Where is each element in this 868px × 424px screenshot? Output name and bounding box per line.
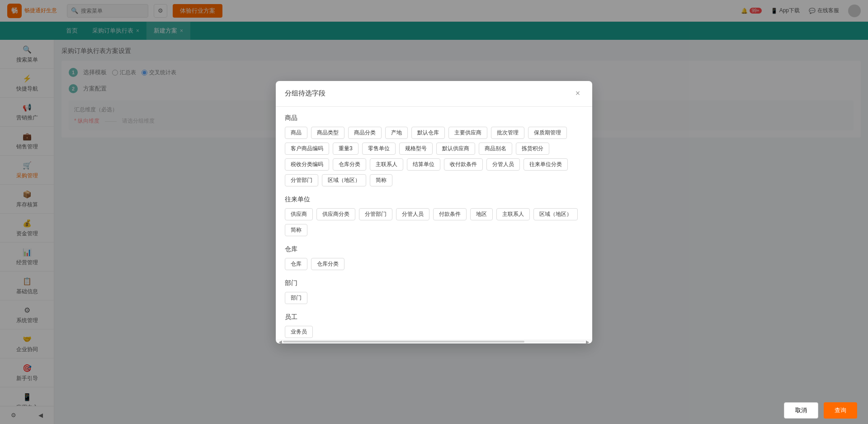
tag-partner-payment-terms[interactable]: 付款条件 bbox=[433, 208, 467, 220]
tag-partner-main-contact[interactable]: 主联系人 bbox=[496, 208, 530, 220]
cancel-button[interactable]: 取消 bbox=[784, 402, 818, 419]
scrollbar-thumb[interactable] bbox=[283, 341, 524, 343]
tag-goods-warehouse-category[interactable]: 仓库分类 bbox=[333, 158, 366, 171]
goods-tags: 商品 商品类型 商品分类 产地 默认仓库 主要供应商 批次管理 保质期管理 客户… bbox=[285, 127, 583, 186]
tag-goods-default-warehouse[interactable]: 默认仓库 bbox=[411, 127, 445, 139]
scrollbar-track bbox=[283, 341, 585, 343]
department-tags: 部门 bbox=[285, 292, 583, 304]
tag-goods-weight[interactable]: 重量3 bbox=[333, 143, 359, 155]
modal-close-button[interactable]: × bbox=[572, 88, 583, 99]
section-department: 部门 部门 bbox=[285, 279, 583, 304]
tag-goods-payment-terms[interactable]: 收付款条件 bbox=[444, 158, 483, 171]
section-warehouse-title: 仓库 bbox=[285, 245, 583, 253]
tag-goods-partner-category[interactable]: 往来单位分类 bbox=[524, 158, 568, 171]
tag-goods-category[interactable]: 商品分类 bbox=[348, 127, 382, 139]
partner-tags: 供应商 供应商分类 分管部门 分管人员 付款条件 地区 主联系人 区域（地区） … bbox=[285, 208, 583, 236]
tag-partner-supplier-category[interactable]: 供应商分类 bbox=[316, 208, 355, 220]
tag-goods-pick-points[interactable]: 拣货积分 bbox=[516, 143, 549, 155]
tag-goods-alias[interactable]: 商品别名 bbox=[479, 143, 512, 155]
modal-overlay: 分组待选字段 × 商品 商品 商品类型 商品分类 产地 默认仓库 主要供应商 批… bbox=[0, 0, 868, 424]
section-goods-title: 商品 bbox=[285, 114, 583, 122]
tag-partner-manager[interactable]: 分管人员 bbox=[396, 208, 429, 220]
section-goods: 商品 商品 商品类型 商品分类 产地 默认仓库 主要供应商 批次管理 保质期管理… bbox=[285, 114, 583, 186]
tag-partner-short-name[interactable]: 简称 bbox=[285, 224, 307, 236]
tag-warehouse-category[interactable]: 仓库分类 bbox=[311, 258, 344, 270]
tag-partner-supplier[interactable]: 供应商 bbox=[285, 208, 313, 220]
tag-goods-retail-unit[interactable]: 零售单位 bbox=[362, 143, 396, 155]
section-partner-title: 往来单位 bbox=[285, 195, 583, 204]
employee-tags: 业务员 bbox=[285, 326, 583, 338]
modal-dialog: 分组待选字段 × 商品 商品 商品类型 商品分类 产地 默认仓库 主要供应商 批… bbox=[276, 81, 592, 343]
tag-department[interactable]: 部门 bbox=[285, 292, 307, 304]
tag-goods-default-supplier[interactable]: 默认供应商 bbox=[436, 143, 475, 155]
tag-goods-settlement[interactable]: 结算单位 bbox=[407, 158, 440, 171]
tag-goods-expiry[interactable]: 保质期管理 bbox=[528, 127, 567, 139]
section-employee-title: 员工 bbox=[285, 313, 583, 321]
modal-title: 分组待选字段 bbox=[285, 89, 326, 98]
section-partner: 往来单位 供应商 供应商分类 分管部门 分管人员 付款条件 地区 主联系人 区域… bbox=[285, 195, 583, 236]
tag-goods-origin[interactable]: 产地 bbox=[385, 127, 408, 139]
section-employee: 员工 业务员 bbox=[285, 313, 583, 338]
tag-partner-area[interactable]: 地区 bbox=[470, 208, 493, 220]
tag-goods-tax-code[interactable]: 税收分类编码 bbox=[285, 158, 329, 171]
section-department-title: 部门 bbox=[285, 279, 583, 287]
tag-goods-short-name[interactable]: 简称 bbox=[370, 174, 392, 186]
scroll-right-arrow[interactable]: ▶ bbox=[585, 339, 590, 344]
tag-goods-dept[interactable]: 分管部门 bbox=[285, 174, 318, 186]
tag-warehouse[interactable]: 仓库 bbox=[285, 258, 307, 270]
tag-partner-dept[interactable]: 分管部门 bbox=[359, 208, 392, 220]
tag-goods-product[interactable]: 商品 bbox=[285, 127, 307, 139]
tag-goods-main-contact[interactable]: 主联系人 bbox=[370, 158, 403, 171]
warehouse-tags: 仓库 仓库分类 bbox=[285, 258, 583, 270]
tag-goods-main-supplier[interactable]: 主要供应商 bbox=[448, 127, 487, 139]
tag-goods-customer-code[interactable]: 客户商品编码 bbox=[285, 143, 329, 155]
modal-header: 分组待选字段 × bbox=[276, 81, 592, 107]
tag-partner-region[interactable]: 区域（地区） bbox=[533, 208, 578, 220]
modal-body[interactable]: 商品 商品 商品类型 商品分类 产地 默认仓库 主要供应商 批次管理 保质期管理… bbox=[276, 107, 592, 340]
tag-employee-salesperson[interactable]: 业务员 bbox=[285, 326, 313, 338]
tag-goods-batch[interactable]: 批次管理 bbox=[491, 127, 524, 139]
confirm-button[interactable]: 查询 bbox=[824, 402, 857, 419]
modal-footer: 取消 查询 bbox=[773, 397, 868, 424]
modal-scrollbar[interactable]: ◀ ▶ bbox=[276, 340, 592, 343]
tag-goods-region[interactable]: 区域（地区） bbox=[322, 174, 366, 186]
scroll-left-arrow[interactable]: ◀ bbox=[278, 339, 283, 344]
section-warehouse: 仓库 仓库 仓库分类 bbox=[285, 245, 583, 270]
tag-goods-type[interactable]: 商品类型 bbox=[311, 127, 344, 139]
tag-goods-spec[interactable]: 规格型号 bbox=[399, 143, 433, 155]
tag-goods-manager[interactable]: 分管人员 bbox=[486, 158, 520, 171]
